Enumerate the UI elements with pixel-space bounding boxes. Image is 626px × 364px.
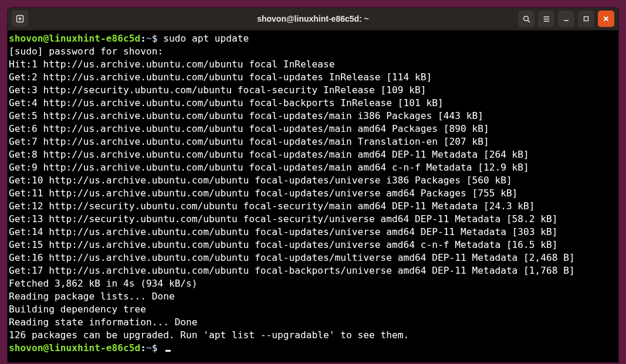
output-line: Get:7 http://us.archive.ubuntu.com/ubunt… — [9, 135, 617, 148]
output-line: Get:5 http://us.archive.ubuntu.com/ubunt… — [9, 110, 617, 123]
output-line: Get:11 http://us.archive.ubuntu.com/ubun… — [9, 187, 617, 200]
output-line: 126 packages can be upgraded. Run 'apt l… — [9, 329, 617, 342]
close-icon — [602, 15, 610, 23]
output-line: Fetched 3,862 kB in 4s (934 kB/s) — [9, 277, 617, 290]
output-line: Get:2 http://us.archive.ubuntu.com/ubunt… — [9, 71, 617, 84]
new-tab-icon — [15, 14, 25, 23]
maximize-icon — [582, 15, 590, 23]
prompt-user-host: shovon@linuxhint-e86c5d — [9, 33, 140, 44]
prompt-colon: : — [140, 342, 146, 353]
search-button[interactable] — [518, 11, 534, 27]
svg-line-4 — [527, 20, 530, 22]
maximize-button[interactable] — [578, 11, 594, 27]
terminal-window: shovon@linuxhint-e86c5d: ~ — [8, 8, 618, 362]
output-line: Get:10 http://us.archive.ubuntu.com/ubun… — [9, 174, 617, 187]
output-line: Hit:1 http://us.archive.ubuntu.com/ubunt… — [9, 58, 617, 71]
output-line: Get:15 http://us.archive.ubuntu.com/ubun… — [9, 239, 617, 251]
hamburger-menu-button[interactable] — [538, 11, 554, 27]
terminal-output: [sudo] password for shovon:Hit:1 http://… — [9, 45, 617, 342]
prompt-user-host: shovon@linuxhint-e86c5d — [9, 342, 140, 353]
new-tab-button[interactable] — [12, 11, 28, 27]
output-line: Building dependency tree — [9, 303, 617, 316]
output-line: Get:3 http://security.ubuntu.com/ubuntu … — [9, 84, 617, 97]
terminal-body[interactable]: shovon@linuxhint-e86c5d:~$ sudo apt upda… — [8, 30, 618, 362]
minimize-button[interactable] — [558, 11, 574, 27]
prompt-line-1: shovon@linuxhint-e86c5d:~$ sudo apt upda… — [9, 32, 617, 45]
output-line: Get:16 http://us.archive.ubuntu.com/ubun… — [9, 251, 617, 264]
output-line: Get:17 http://us.archive.ubuntu.com/ubun… — [9, 264, 617, 277]
output-line: Get:12 http://security.ubuntu.com/ubuntu… — [9, 200, 617, 213]
titlebar[interactable]: shovon@linuxhint-e86c5d: ~ — [8, 8, 618, 30]
hamburger-icon — [542, 15, 551, 23]
output-line: Get:9 http://us.archive.ubuntu.com/ubunt… — [9, 161, 617, 174]
output-line: Get:14 http://us.archive.ubuntu.com/ubun… — [9, 226, 617, 239]
output-line: Get:8 http://us.archive.ubuntu.com/ubunt… — [9, 148, 617, 161]
prompt-sign: $ — [152, 342, 158, 353]
minimize-icon — [562, 15, 570, 23]
output-line: [sudo] password for shovon: — [9, 45, 617, 58]
close-button[interactable] — [598, 11, 614, 27]
output-line: Get:4 http://us.archive.ubuntu.com/ubunt… — [9, 97, 617, 110]
output-line: Reading package lists... Done — [9, 290, 617, 303]
output-line: Reading state information... Done — [9, 316, 617, 329]
prompt-sign: $ — [152, 33, 158, 44]
output-line: Get:13 http://security.ubuntu.com/ubuntu… — [9, 213, 617, 226]
command-text: sudo apt update — [163, 33, 249, 44]
svg-rect-9 — [584, 17, 588, 21]
cursor — [165, 350, 171, 352]
svg-point-3 — [523, 16, 528, 21]
prompt-colon: : — [140, 33, 146, 44]
prompt-path: ~ — [146, 342, 152, 353]
prompt-path: ~ — [146, 33, 152, 44]
search-icon — [522, 15, 531, 23]
output-line: Get:6 http://us.archive.ubuntu.com/ubunt… — [9, 123, 617, 135]
prompt-line-2: shovon@linuxhint-e86c5d:~$ — [9, 342, 617, 355]
